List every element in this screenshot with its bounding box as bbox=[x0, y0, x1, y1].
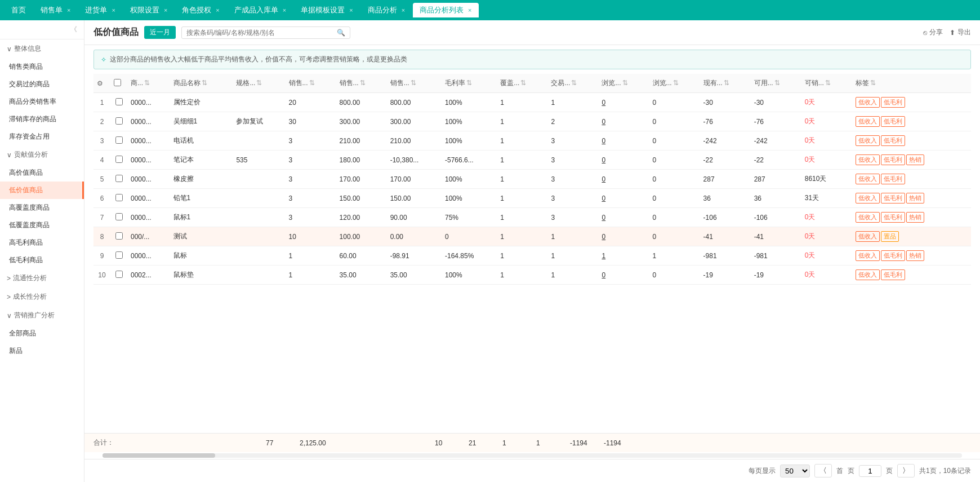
nav-template-settings[interactable]: 单据模板设置 × bbox=[294, 3, 359, 17]
available-stock: -76 bbox=[751, 112, 801, 131]
search-icon[interactable]: 🔍 bbox=[337, 29, 345, 37]
current-stock: -22 bbox=[700, 151, 751, 170]
sidebar-group-overall[interactable]: ∨ 整体信息 bbox=[0, 39, 84, 58]
tag-badge: 低收入 bbox=[856, 116, 880, 127]
product-name: 测试 bbox=[170, 227, 233, 246]
view-count-link[interactable]: 0 bbox=[602, 156, 605, 164]
sidebar-group-contribution[interactable]: ∨ 贡献值分析 bbox=[0, 145, 84, 164]
sidebar-group-growth[interactable]: > 成长性分析 bbox=[0, 288, 84, 306]
row-checkbox[interactable] bbox=[115, 194, 123, 201]
margin-rate: 100% bbox=[442, 189, 497, 208]
view-count-link[interactable]: 0 bbox=[602, 214, 605, 222]
row-checkbox[interactable] bbox=[115, 232, 123, 240]
transaction: 3 bbox=[547, 151, 598, 170]
sidebar-item-all-products[interactable]: 全部商品 bbox=[0, 325, 84, 342]
view-col1: 0 bbox=[598, 189, 649, 208]
close-icon[interactable]: × bbox=[164, 7, 167, 14]
chevron-right-icon: > bbox=[7, 293, 11, 301]
period-button[interactable]: 近一月 bbox=[144, 26, 176, 39]
sidebar-item-new-products[interactable]: 新品 bbox=[0, 342, 84, 360]
view-count-link[interactable]: 0 bbox=[602, 175, 605, 183]
page-input[interactable] bbox=[859, 465, 881, 477]
row-checkbox[interactable] bbox=[115, 213, 123, 220]
current-stock: -30 bbox=[700, 93, 751, 112]
margin-rate: -5766.6... bbox=[442, 151, 497, 170]
tag-badge: 低收入 bbox=[856, 212, 880, 223]
nav-roles[interactable]: 角色授权 × bbox=[175, 3, 226, 17]
row-checkbox[interactable] bbox=[115, 136, 123, 144]
sidebar-group-marketing[interactable]: ∨ 营销推广分析 bbox=[0, 306, 84, 325]
close-icon[interactable]: × bbox=[112, 7, 115, 14]
sidebar-item-low-margin[interactable]: 低毛利商品 bbox=[0, 251, 84, 269]
sidebar-item-inventory-capital[interactable]: 库存资金占用 bbox=[0, 128, 84, 145]
view-count-link[interactable]: 0 bbox=[602, 118, 605, 126]
close-icon[interactable]: × bbox=[402, 7, 405, 14]
row-checkbox[interactable] bbox=[115, 117, 123, 125]
view-count-link[interactable]: 0 bbox=[602, 271, 605, 279]
chevron-down-icon: ∨ bbox=[7, 312, 12, 320]
col-spec: 规格...⇅ bbox=[233, 74, 285, 93]
close-icon[interactable]: × bbox=[67, 7, 70, 14]
row-checkbox[interactable] bbox=[115, 156, 123, 163]
sidebar-item-high-margin[interactable]: 高毛利商品 bbox=[0, 234, 84, 251]
transaction: 3 bbox=[547, 189, 598, 208]
nav-home[interactable]: 首页 bbox=[5, 3, 33, 17]
view-count-link[interactable]: 0 bbox=[602, 99, 605, 107]
row-checkbox[interactable] bbox=[115, 271, 123, 278]
sidebar-item-category-sales-rate[interactable]: 商品分类销售率 bbox=[0, 93, 84, 110]
view-count-link[interactable]: 1 bbox=[602, 252, 605, 260]
product-code: 0000... bbox=[127, 170, 170, 189]
sidebar-item-low-value[interactable]: 低价值商品 bbox=[0, 182, 84, 199]
sidebar-group-liquidity[interactable]: > 流通性分析 bbox=[0, 269, 84, 288]
tag-badge: 低收入 bbox=[856, 193, 880, 204]
table-row: 1 0000... 属性定价 20 800.00 800.00 100% 1 1… bbox=[93, 93, 971, 112]
close-icon[interactable]: × bbox=[283, 7, 286, 14]
row-checkbox[interactable] bbox=[115, 251, 123, 259]
share-button[interactable]: ⎋ 分享 bbox=[923, 28, 943, 37]
per-page-select[interactable]: 50 100 200 bbox=[780, 465, 810, 477]
available-stock: -981 bbox=[751, 246, 801, 266]
nav-permissions[interactable]: 权限设置 × bbox=[123, 3, 174, 17]
close-icon[interactable]: × bbox=[468, 7, 471, 14]
sidebar-item-low-coverage[interactable]: 低覆盖度商品 bbox=[0, 216, 84, 234]
row-checkbox[interactable] bbox=[115, 98, 123, 105]
scrollbar-thumb[interactable] bbox=[103, 453, 215, 458]
chevron-right-icon: > bbox=[7, 275, 11, 282]
view-count-link[interactable]: 0 bbox=[602, 233, 605, 241]
sidebar-item-high-coverage[interactable]: 高覆盖度商品 bbox=[0, 199, 84, 216]
nav-product-analysis-list[interactable]: 商品分析列表 × bbox=[413, 3, 478, 17]
nav-sales-order[interactable]: 销售单 × bbox=[34, 3, 77, 17]
last-page-button[interactable]: 〉 bbox=[897, 464, 915, 477]
export-button[interactable]: ⬆ 导出 bbox=[950, 28, 971, 37]
close-icon[interactable]: × bbox=[349, 7, 353, 14]
view-col2: 0 bbox=[649, 266, 700, 285]
tag-badge: 热销 bbox=[906, 154, 924, 165]
view-count-link[interactable]: 0 bbox=[602, 194, 605, 202]
data-table: ⚙ 商...⇅ 商品名称⇅ 规格...⇅ 销售...⇅ 销售...⇅ 销售...… bbox=[93, 74, 971, 285]
close-icon[interactable]: × bbox=[216, 7, 219, 14]
product-tags: 低收入低毛利热销 bbox=[852, 208, 971, 227]
sidebar-collapse-btn[interactable]: 《 bbox=[68, 23, 79, 37]
sidebar-item-slow-moving[interactable]: 滞销库存的商品 bbox=[0, 110, 84, 128]
sidebar-item-high-value[interactable]: 高价值商品 bbox=[0, 164, 84, 182]
nav-product-inbound[interactable]: 产成品入库单 × bbox=[228, 3, 293, 17]
product-tags: 低收入低毛利 bbox=[852, 131, 971, 151]
sales-col2: 120.00 bbox=[336, 208, 387, 227]
row-checkbox-cell bbox=[110, 227, 127, 246]
nav-purchase-order[interactable]: 进货单 × bbox=[78, 3, 122, 17]
margin-rate: 100% bbox=[442, 131, 497, 151]
product-spec bbox=[233, 227, 285, 246]
view-count-link[interactable]: 0 bbox=[602, 137, 605, 145]
nav-product-analysis[interactable]: 商品分析 × bbox=[361, 3, 412, 17]
column-settings-icon[interactable]: ⚙ bbox=[97, 79, 103, 87]
sidebar-item-traded[interactable]: 交易过的商品 bbox=[0, 76, 84, 93]
select-all-checkbox[interactable] bbox=[114, 79, 121, 86]
first-page-button[interactable]: 〈 bbox=[814, 464, 832, 477]
tag-badge: 低毛利 bbox=[881, 269, 905, 280]
search-input[interactable] bbox=[186, 29, 337, 37]
row-checkbox[interactable] bbox=[115, 175, 123, 182]
row-number: 5 bbox=[93, 170, 110, 189]
sidebar-item-sales-category[interactable]: 销售类商品 bbox=[0, 58, 84, 76]
horizontal-scrollbar[interactable] bbox=[103, 453, 962, 458]
product-name: 鼠标 bbox=[170, 246, 233, 266]
